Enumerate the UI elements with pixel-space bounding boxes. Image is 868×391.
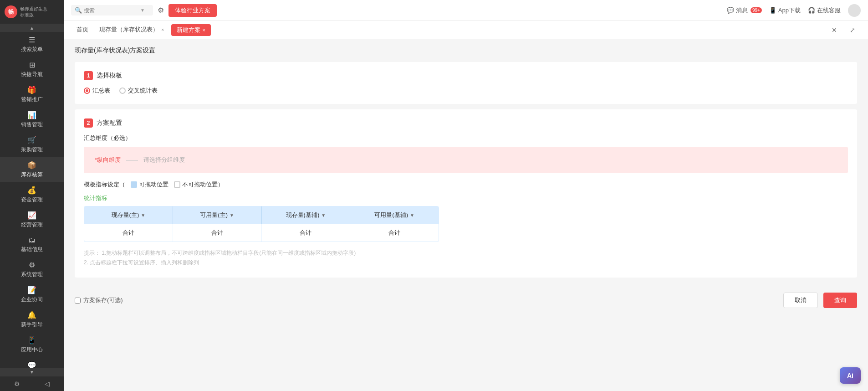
sidebar-item-label: 应用中心 — [21, 346, 43, 354]
tab-new-close-icon[interactable]: × — [202, 27, 205, 33]
sidebar-item-label: 资金管理 — [21, 196, 43, 204]
page-title: 现存量(库存状况表)方案设置 — [75, 46, 857, 55]
logo-text: 畅赤通好生意 标准版 — [20, 6, 47, 18]
tab-inventory-close-icon[interactable]: × — [161, 27, 164, 32]
radio-summary[interactable]: 汇总表 — [84, 87, 110, 95]
messages-button[interactable]: 💬 消息 99+ — [727, 6, 762, 15]
no-draggable-box-icon — [174, 181, 180, 188]
no-drag-label: 不可拖动位置） — [182, 180, 224, 189]
save-option: 方案保存(可选) — [75, 296, 123, 304]
step2-header: 2 方案配置 — [84, 118, 848, 128]
header-label-3: 可用量(基辅) — [374, 211, 408, 219]
header-cell-3[interactable]: 可用量(基辅) ▼ — [350, 206, 439, 224]
tabs-bar: 首页 现存量（库存状况表） × 新建方案 × ✕ ⤢ — [64, 21, 868, 39]
chevron-0-icon: ▼ — [141, 213, 145, 218]
logo-icon: 畅 — [5, 5, 17, 18]
inventory-icon: 📦 — [27, 161, 36, 170]
header-label-1: 可用量(主) — [200, 211, 228, 219]
topbar-right: 💬 消息 99+ 📱 App下载 🎧 在线客服 — [727, 4, 861, 17]
topbar-gear-icon[interactable]: ⚙ — [158, 6, 164, 15]
sidebar-item-contract[interactable]: 📝 企业协同 — [0, 282, 64, 307]
sidebar-item-label: 营销推广 — [21, 96, 43, 103]
header-cell-0[interactable]: 现存量(主) ▼ — [84, 206, 173, 224]
sidebar-item-system[interactable]: ⚙ 系统管理 — [0, 257, 64, 282]
body-cell-0-2: 合计 — [262, 224, 351, 242]
sidebar-item-search[interactable]: ☰ 搜索菜单 — [0, 32, 64, 57]
sidebar-item-basic[interactable]: 🗂 基础信息 — [0, 232, 64, 257]
trial-button[interactable]: 体验行业方案 — [168, 4, 217, 17]
sidebar-item-finance[interactable]: 💰 资金管理 — [0, 182, 64, 207]
tip-1: 提示： 1.拖动标题栏可以调整布局，不可跨维度或指标区域拖动栏目字段(只能在同一… — [84, 249, 848, 257]
search-input[interactable] — [84, 7, 138, 14]
phone-icon: 📱 — [769, 7, 776, 14]
sidebar-item-inventory[interactable]: 📦 库存核算 — [0, 157, 64, 182]
sidebar-item-marketing[interactable]: 🎁 营销推广 — [0, 82, 64, 107]
dimension-box[interactable]: *纵向维度 —— 请选择分组维度 — [84, 147, 848, 173]
footer-actions: 取消 查询 — [783, 293, 857, 308]
header-label-0: 现存量(主) — [112, 211, 139, 219]
sidebar-item-wechat[interactable]: 💬 企业微信 — [0, 357, 64, 368]
dialog-close-icon[interactable]: ✕ — [826, 22, 842, 38]
header-cell-1[interactable]: 可用量(主) ▼ — [173, 206, 262, 224]
wechat-icon: 💬 — [27, 361, 36, 368]
step1-header: 1 选择模板 — [84, 71, 848, 80]
chevron-2-icon: ▼ — [321, 213, 326, 218]
sidebar-item-operation[interactable]: 📈 经营管理 — [0, 207, 64, 232]
basic-icon: 🗂 — [28, 236, 36, 244]
sidebar-scroll-up[interactable]: ▲ — [0, 24, 64, 32]
body-cell-0-3: 合计 — [350, 224, 439, 242]
topbar: 🔍 ▼ ⚙ 体验行业方案 💬 消息 99+ 📱 App下载 🎧 在线客服 — [64, 0, 868, 21]
guide-icon: 🔔 — [27, 311, 36, 319]
user-avatar[interactable] — [848, 4, 861, 17]
template-settings-header: 模板指标设定（ 可拖动位置 不可拖动位置） — [84, 180, 848, 189]
step1-badge: 1 — [84, 71, 93, 80]
save-checkbox[interactable] — [75, 298, 81, 304]
main-area: 🔍 ▼ ⚙ 体验行业方案 💬 消息 99+ 📱 App下载 🎧 在线客服 — [64, 0, 868, 391]
sidebar-item-label: 快捷导航 — [21, 71, 43, 78]
sidebar-item-purchase[interactable]: 🛒 采购管理 — [0, 132, 64, 157]
header-cell-2[interactable]: 现存量(基辅) ▼ — [262, 206, 351, 224]
sidebar-item-guide[interactable]: 🔔 新手引导 — [0, 307, 64, 332]
chevron-3-icon: ▼ — [410, 213, 414, 218]
step2-section: 2 方案配置 汇总维度（必选） *纵向维度 —— 请选择分组维度 模板指标设定（ — [75, 109, 857, 278]
contract-icon: 📝 — [27, 286, 36, 294]
sidebar-settings-icon[interactable]: ⚙ — [14, 380, 20, 387]
finance-icon: 💰 — [27, 186, 36, 195]
dialog-expand-icon[interactable]: ⤢ — [844, 22, 861, 38]
sidebar-item-shortcut[interactable]: ⊞ 快捷导航 — [0, 57, 64, 82]
sidebar-item-label: 销售管理 — [21, 121, 43, 129]
online-service-button[interactable]: 🎧 在线客服 — [808, 6, 841, 15]
sidebar-item-label: 库存核算 — [21, 171, 43, 179]
cancel-button[interactable]: 取消 — [783, 293, 818, 308]
ai-button[interactable]: Ai — [840, 367, 861, 384]
system-icon: ⚙ — [29, 261, 35, 269]
radio-cross[interactable]: 交叉统计表 — [119, 87, 158, 95]
sidebar-item-appstore[interactable]: 📱 应用中心 — [0, 332, 64, 357]
operation-icon: 📈 — [27, 211, 36, 220]
vertical-dim-required-label: *纵向维度 — [95, 156, 121, 164]
tab-home[interactable]: 首页 — [71, 21, 94, 39]
sidebar-item-label: 经营管理 — [21, 221, 43, 229]
no-drag-indicator: 不可拖动位置） — [174, 180, 224, 189]
draggable-box-icon — [131, 181, 137, 188]
draggable-indicator: 可拖动位置 — [131, 180, 168, 189]
stat-title: 统计指标 — [84, 194, 848, 202]
search-chevron-icon: ▼ — [140, 8, 145, 13]
sidebar-sound-icon[interactable]: ◁ — [45, 380, 50, 387]
query-button[interactable]: 查询 — [823, 293, 857, 308]
messages-badge: 99+ — [751, 7, 762, 13]
sidebar-scroll-down[interactable]: ▼ — [0, 368, 64, 376]
app-download-button[interactable]: 📱 App下载 — [769, 6, 801, 15]
sidebar-item-sales[interactable]: 📊 销售管理 — [0, 107, 64, 132]
tab-inventory[interactable]: 现存量（库存状况表） × — [94, 21, 169, 39]
shortcut-icon: ⊞ — [29, 61, 35, 69]
tab-new-plan[interactable]: 新建方案 × — [171, 24, 210, 36]
message-icon: 💬 — [727, 7, 734, 14]
sidebar: 畅 畅赤通好生意 标准版 ▲ ☰ 搜索菜单 ⊞ 快捷导航 🎁 营销推广 📊 销售… — [0, 0, 64, 391]
content-area: 现存量(库存状况表)方案设置 1 选择模板 汇总表 交叉统计表 — [64, 39, 868, 391]
sidebar-item-label: 系统管理 — [21, 271, 43, 278]
draggable-label: 可拖动位置 — [139, 180, 168, 189]
body-cell-0-1: 合计 — [173, 224, 262, 242]
radio-summary-label: 汇总表 — [92, 87, 110, 95]
stat-table-body: 合计 合计 合计 合计 — [84, 224, 439, 242]
